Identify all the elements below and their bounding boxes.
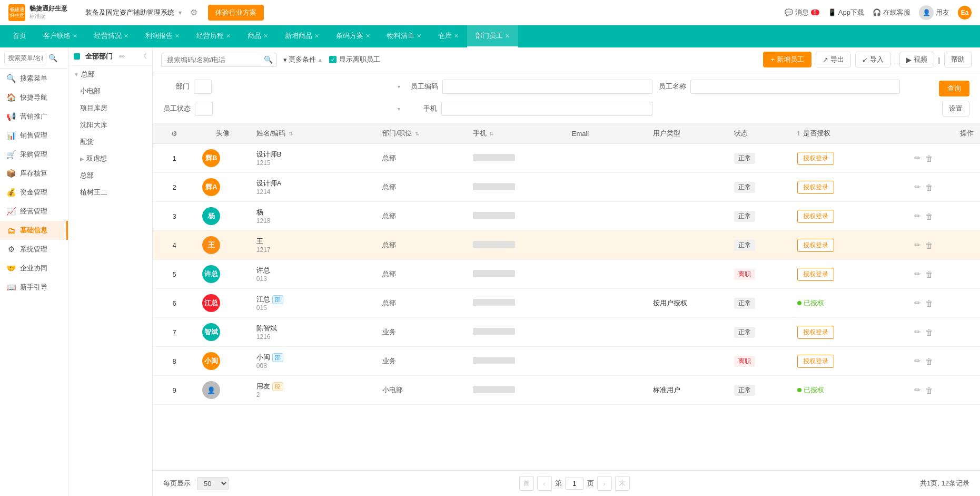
edit-icon[interactable]: ✏ xyxy=(914,356,921,366)
show-resigned-checkbox[interactable]: ✓ 显示离职员工 xyxy=(329,55,380,64)
first-page-button[interactable]: 首 xyxy=(519,476,534,491)
authorize-button[interactable]: 授权登录 xyxy=(797,355,834,368)
sidebar-item-basicinfo[interactable]: 🗂 基础信息 xyxy=(0,221,68,240)
tab-warehouse[interactable]: 仓库 ✕ xyxy=(430,25,467,47)
sidebar-item-inventory[interactable]: 📦 库存核算 xyxy=(0,164,68,183)
edit-icon[interactable]: ✏ xyxy=(914,269,921,279)
edit-icon[interactable]: ✏ xyxy=(914,298,921,308)
tab-profit[interactable]: 利润报告 ✕ xyxy=(137,25,188,47)
settings-icon[interactable]: ⚙ xyxy=(171,130,177,138)
authorize-button[interactable]: 授权登录 xyxy=(797,152,834,165)
app-download-button[interactable]: 📱 App下载 xyxy=(828,8,864,17)
tab-customer[interactable]: 客户联络 ✕ xyxy=(35,25,86,47)
emp-code-input[interactable] xyxy=(442,80,652,94)
phone-input[interactable] xyxy=(441,102,652,116)
col-dept-header[interactable]: 部门/职位 ⇅ xyxy=(376,123,466,144)
user-area[interactable]: 👤 用友 xyxy=(919,5,949,20)
add-employee-button[interactable]: + 新增员工 xyxy=(763,52,811,67)
tab-add-goods[interactable]: 新增商品 ✕ xyxy=(276,25,328,47)
close-icon[interactable]: ✕ xyxy=(226,33,231,40)
tab-barcode[interactable]: 条码方案 ✕ xyxy=(328,25,379,47)
authorize-button[interactable]: 授权登录 xyxy=(797,326,834,339)
close-icon[interactable]: ✕ xyxy=(263,33,268,40)
sidebar-item-finance[interactable]: 💰 资金管理 xyxy=(0,183,68,202)
export-button[interactable]: ↗ 导出 xyxy=(816,52,851,67)
edit-icon[interactable]: ✏ xyxy=(119,52,125,61)
tree-item-project[interactable]: 项目库房 xyxy=(68,100,152,116)
edit-icon[interactable]: ✏ xyxy=(914,153,921,163)
edit-icon[interactable]: ✏ xyxy=(914,182,921,192)
edit-icon[interactable]: ✏ xyxy=(914,327,921,337)
close-icon[interactable]: ✕ xyxy=(175,33,180,40)
edit-icon[interactable]: ✏ xyxy=(914,211,921,221)
tab-bom[interactable]: 物料清单 ✕ xyxy=(379,25,430,47)
close-icon[interactable]: ✕ xyxy=(73,33,77,40)
more-conditions-button[interactable]: ▾ 更多条件 ▲ xyxy=(283,55,323,64)
tab-history[interactable]: 经营历程 ✕ xyxy=(188,25,239,47)
close-icon[interactable]: ✕ xyxy=(365,33,370,40)
help-button[interactable]: 帮助 xyxy=(944,52,972,67)
close-icon[interactable]: ✕ xyxy=(314,33,319,40)
edit-icon[interactable]: ✏ xyxy=(914,240,921,250)
delete-icon[interactable]: 🗑 xyxy=(925,299,933,308)
close-icon[interactable]: ✕ xyxy=(124,33,128,40)
online-service-button[interactable]: 🎧 在线客服 xyxy=(873,8,910,17)
sidebar-item-sales[interactable]: 📊 销售管理 xyxy=(0,126,68,145)
tab-home[interactable]: 首页 xyxy=(4,25,35,47)
tab-goods[interactable]: 商品 ✕ xyxy=(239,25,276,47)
sidebar-item-system[interactable]: ⚙ 系统管理 xyxy=(0,240,68,259)
delete-icon[interactable]: 🗑 xyxy=(925,183,933,192)
delete-icon[interactable]: 🗑 xyxy=(925,386,933,395)
all-dept-label[interactable]: 全部部门 xyxy=(85,52,113,61)
authorize-button[interactable]: 授权登录 xyxy=(797,181,834,194)
trial-button[interactable]: 体验行业方案 xyxy=(208,5,264,21)
close-icon[interactable]: ✕ xyxy=(454,33,459,40)
delete-icon[interactable]: 🗑 xyxy=(925,154,933,163)
last-page-button[interactable]: 末 xyxy=(615,476,630,491)
tree-item-shuanglv[interactable]: ▶ 双虑想 xyxy=(68,150,152,167)
col-name-header[interactable]: 姓名/编码 ⇅ xyxy=(250,123,377,144)
sidebar-item-quicknav[interactable]: 🏠 快捷导航 xyxy=(0,88,68,107)
ea-badge[interactable]: Ea xyxy=(958,6,972,20)
tree-item-general[interactable]: ▼ 总部 xyxy=(68,66,152,83)
sidebar-item-marketing[interactable]: 📢 营销推广 xyxy=(0,107,68,126)
emp-name-input[interactable] xyxy=(690,80,900,94)
authorize-button[interactable]: 授权登录 xyxy=(797,268,834,281)
tree-item-zhishu[interactable]: 植树王二 xyxy=(68,184,152,201)
tree-item-zongbu[interactable]: 总部 xyxy=(68,167,152,184)
delete-icon[interactable]: 🗑 xyxy=(925,270,933,279)
sidebar-item-purchase[interactable]: 🛒 采购管理 xyxy=(0,145,68,164)
col-phone-header[interactable]: 手机 ⇅ xyxy=(467,123,566,144)
close-icon[interactable]: ✕ xyxy=(505,33,510,40)
tree-item-small-elec[interactable]: 小电部 xyxy=(68,83,152,100)
tree-item-peihuo[interactable]: 配货 xyxy=(68,133,152,150)
video-button[interactable]: ▶ 视频 xyxy=(899,52,934,67)
message-button[interactable]: 💬 消息 5 xyxy=(785,8,819,17)
tab-dept-employee[interactable]: 部门员工 ✕ xyxy=(467,25,518,47)
sidebar-item-business[interactable]: 📈 经营管理 xyxy=(0,202,68,221)
next-page-button[interactable]: › xyxy=(597,476,612,491)
per-page-select[interactable]: 50 100 xyxy=(197,477,229,490)
delete-icon[interactable]: 🗑 xyxy=(925,241,933,250)
close-icon[interactable]: ✕ xyxy=(417,33,421,40)
delete-icon[interactable]: 🗑 xyxy=(925,212,933,221)
search-icon[interactable]: 🔍 xyxy=(264,55,273,64)
delete-icon[interactable]: 🗑 xyxy=(925,357,933,366)
prev-page-button[interactable]: ‹ xyxy=(537,476,552,491)
sidebar-search-input[interactable] xyxy=(4,52,46,64)
query-button[interactable]: 查询 xyxy=(939,81,969,96)
import-button[interactable]: ↙ 导入 xyxy=(855,52,890,67)
search-input[interactable] xyxy=(161,53,277,67)
gear-icon[interactable]: ⚙ xyxy=(190,7,197,17)
dropdown-arrow-icon[interactable]: ▾ xyxy=(179,9,182,16)
authorize-button[interactable]: 授权登录 xyxy=(797,210,834,223)
collapse-icon[interactable]: 《 xyxy=(140,52,147,61)
edit-icon[interactable]: ✏ xyxy=(914,385,921,395)
setting-button[interactable]: 设置 xyxy=(942,101,969,116)
dept-select[interactable] xyxy=(194,80,212,94)
page-number-input[interactable] xyxy=(565,478,584,490)
sidebar-item-search[interactable]: 🔍 搜索菜单 xyxy=(0,69,68,88)
sidebar-item-guide[interactable]: 📖 新手引导 xyxy=(0,278,68,297)
delete-icon[interactable]: 🗑 xyxy=(925,328,933,337)
emp-status-select[interactable] xyxy=(195,102,213,116)
